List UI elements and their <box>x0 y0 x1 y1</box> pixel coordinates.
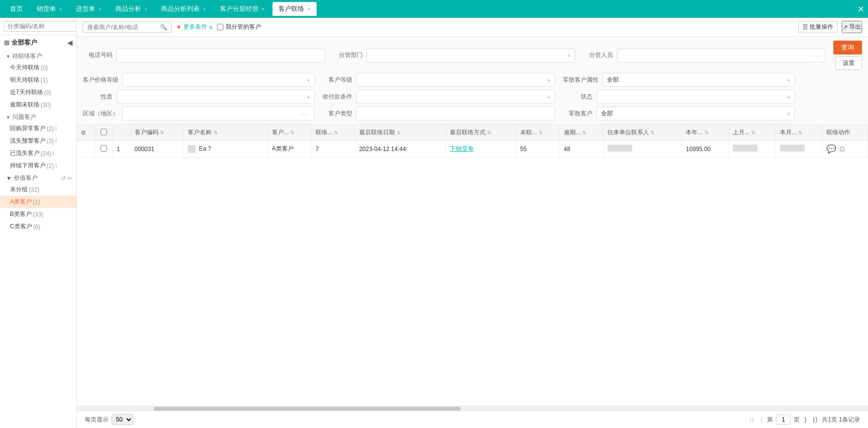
export-btn[interactable]: ↗ 导出 <box>842 21 862 33</box>
repurchase-info-icon[interactable]: ℹ <box>55 125 57 132</box>
sidebar-item-week[interactable]: 近7天待联络 (0) <box>0 86 76 99</box>
sort-overdue-icon[interactable]: ⇅ <box>582 130 586 135</box>
sort-last-method-icon[interactable]: ⇅ <box>487 130 491 135</box>
churned-info-icon[interactable]: ℹ <box>52 150 54 157</box>
filter-search-box[interactable]: 🔍 <box>83 22 172 33</box>
sidebar-search-input[interactable] <box>4 21 77 32</box>
sort-last-month-icon[interactable]: ⇅ <box>751 130 755 135</box>
filter-field-area: 区域（地区） ··· <box>83 107 315 120</box>
query-btn[interactable]: 查询 <box>833 41 862 54</box>
filter-search-icon[interactable]: 🔍 <box>160 24 167 31</box>
declining-count: (2) <box>47 162 54 169</box>
status-input[interactable]: ∨ <box>597 90 795 104</box>
dept-input[interactable]: ∨ <box>367 49 575 62</box>
price-level-input[interactable]: ∨ <box>122 73 315 87</box>
sidebar-item-tomorrow[interactable]: 明天待联络 (1) <box>0 74 76 86</box>
sort-uncontacted-icon[interactable]: ⇅ <box>539 130 542 135</box>
sidebar-item-overdue[interactable]: 逾期未联络 (30) <box>0 99 76 111</box>
filter-field-payment: 收付款条件 ∨ <box>323 90 554 104</box>
cell-contact-person <box>603 141 682 158</box>
area-input[interactable]: ··· <box>122 107 315 120</box>
first-page-btn[interactable]: ⟨⟨ <box>748 416 756 424</box>
sort-code-icon[interactable]: ⇅ <box>160 130 164 135</box>
tab-goods-list[interactable]: 商品分析列表 × <box>155 2 212 16</box>
sidebar-item-class-a[interactable]: A类客户 (1) <box>0 196 76 208</box>
filter-row-4: 区域（地区） ··· 客户类型 零散客户 全部 ∨ <box>83 107 862 120</box>
nature-input[interactable]: ∨ <box>116 90 315 104</box>
total-records: 共1页 1条记录 <box>822 416 860 424</box>
week-label: 近7天待联络 <box>10 88 43 97</box>
tab-sales[interactable]: 销货单 × <box>31 2 68 16</box>
sidebar-group-pending[interactable]: ▼ 待联络客户 <box>0 50 76 61</box>
filter-more-btn[interactable]: ▼ 更多条件 ∨ <box>176 23 213 31</box>
close-goods-list-icon[interactable]: × <box>203 6 206 12</box>
ungrouped-count: (32) <box>29 186 39 193</box>
person-input[interactable]: ··· <box>617 49 825 62</box>
page-input[interactable] <box>776 415 791 425</box>
tab-home[interactable]: 首页 <box>4 2 29 16</box>
sidebar-item-class-c[interactable]: C类客户 (6) <box>0 220 76 233</box>
filter-search-input[interactable] <box>87 24 158 31</box>
sidebar-group-problem[interactable]: ▼ 问题客户 <box>0 111 76 122</box>
last-page-btn[interactable]: ⟩⟩ <box>811 416 819 424</box>
close-sales-icon[interactable]: × <box>59 6 62 12</box>
sort-last-date-icon[interactable]: ⇅ <box>396 130 400 135</box>
my-customers-checkbox[interactable]: 我分管的客户 <box>217 23 261 31</box>
close-purchase-icon[interactable]: × <box>98 6 101 12</box>
churn-warning-count: (3) <box>47 138 54 145</box>
prev-page-btn[interactable]: ⟨ <box>759 416 764 424</box>
my-customers-check[interactable] <box>217 24 223 30</box>
phone-input[interactable] <box>116 49 325 62</box>
collapse-icon[interactable]: ◀ <box>67 39 72 47</box>
churn-warning-info-icon[interactable]: ℹ <box>55 138 57 144</box>
tab-customer-contact[interactable]: 客户联络 × <box>272 2 316 16</box>
last-contact-method-link[interactable]: 下销货单 <box>450 145 474 152</box>
tab-goods-analysis[interactable]: 商品分析 × <box>109 2 153 16</box>
sort-contact-person-icon[interactable]: ⇅ <box>651 130 654 135</box>
top-nav: 首页 销货单 × 进货单 × 商品分析 × 商品分析列表 × 客户分层经营 × … <box>0 0 868 18</box>
gear-settings-icon[interactable]: ⚙ <box>81 129 86 136</box>
row-checkbox[interactable] <box>101 145 107 152</box>
th-this-year-label: 本年... <box>686 129 703 136</box>
close-customer-tier-icon[interactable]: × <box>262 6 265 12</box>
close-all-icon[interactable]: ✕ <box>858 4 864 14</box>
sidebar-item-ungrouped[interactable]: 未分组 (32) <box>0 183 76 196</box>
tab-customer-tier[interactable]: 客户分层经营 × <box>214 2 271 16</box>
sort-this-month-icon[interactable]: ⇅ <box>798 130 802 135</box>
sidebar-item-repurchase[interactable]: 回购异常客户 (2) ℹ <box>0 122 76 135</box>
per-page-select[interactable]: 50 <box>111 414 133 425</box>
sidebar-all-customers[interactable]: ⊞ 全部客户 ◀ <box>0 35 76 50</box>
tab-purchase[interactable]: 进货单 × <box>70 2 107 16</box>
close-goods-analysis-icon[interactable]: × <box>144 6 147 12</box>
scrollbar-thumb[interactable] <box>154 407 461 411</box>
sort-level-icon[interactable]: ⇅ <box>290 130 294 135</box>
refresh-icon[interactable]: ↺ <box>61 175 66 182</box>
customer-level-input[interactable]: ∨ <box>356 73 554 87</box>
sidebar-item-churned[interactable]: 已流失客户 (24) ℹ <box>0 147 76 160</box>
sidebar-item-declining[interactable]: 持续下滑客户 (2) ℹ <box>0 160 76 172</box>
table-header-row: ⚙ 客户编码 ⇅ 客户名称 ⇅ <box>77 125 868 141</box>
close-customer-contact-icon[interactable]: × <box>307 6 310 12</box>
next-page-btn[interactable]: ⟩ <box>803 416 808 424</box>
filter-field-customer-type: 客户类型 <box>323 107 554 120</box>
sidebar-item-today[interactable]: 今天待联络 (0) <box>0 61 76 74</box>
sort-this-year-icon[interactable]: ⇅ <box>705 130 708 135</box>
edit-value-icon[interactable]: ✏ <box>67 175 72 182</box>
declining-info-icon[interactable]: ℹ <box>55 162 57 169</box>
settings-btn[interactable]: 设置 <box>835 56 862 70</box>
customer-type-input[interactable] <box>356 107 554 120</box>
th-last-date-label: 最后联络日期 <box>359 129 395 136</box>
select-all-checkbox[interactable] <box>101 129 107 135</box>
cell-checkbox <box>95 141 112 158</box>
th-code-label: 客户编码 <box>135 129 159 136</box>
sort-name-icon[interactable]: ⇅ <box>214 130 217 135</box>
sidebar-item-class-b[interactable]: B类客户 (33) <box>0 208 76 220</box>
batch-btn[interactable]: ☰ 批量操作 <box>798 21 838 33</box>
payment-input[interactable]: ∨ <box>356 90 554 104</box>
chat-icon[interactable]: 💬 <box>826 144 836 154</box>
sidebar-item-churn-warning[interactable]: 流失预警客户 (3) ℹ <box>0 135 76 147</box>
sort-contact-count-icon[interactable]: ⇅ <box>334 130 338 135</box>
retail-attr-input[interactable]: 全部 ∨ <box>602 73 795 87</box>
link-icon[interactable]: ⧉ <box>839 145 845 154</box>
retail-input[interactable]: 全部 ∨ <box>597 107 795 120</box>
